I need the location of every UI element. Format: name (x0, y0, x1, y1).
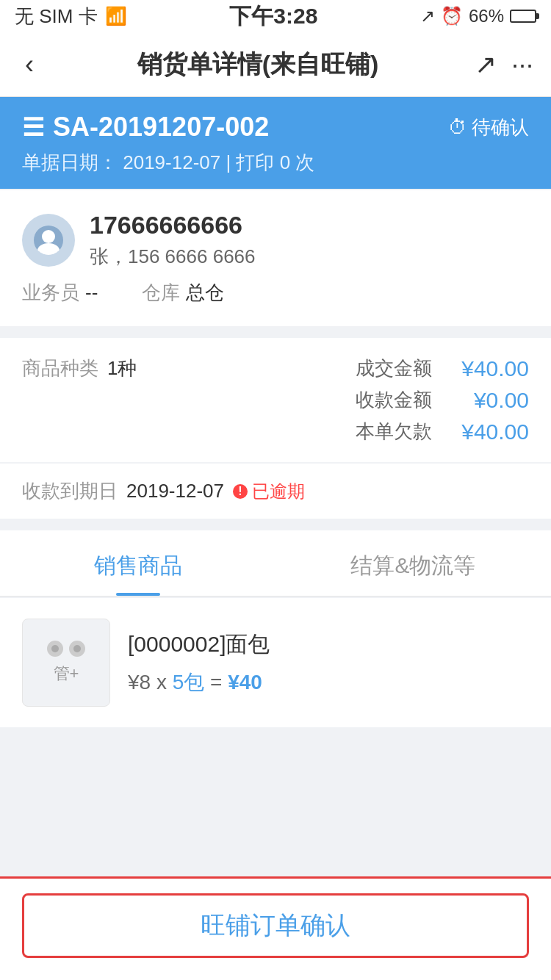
amount-value-1: ¥0.00 (441, 388, 529, 413)
tabs-section: 销售商品 结算&物流等 (0, 530, 551, 597)
customer-info: 17666666666 张，156 6666 6666 (90, 211, 529, 270)
wifi-icon: 📶 (105, 6, 127, 26)
amount-row-0: 成交金额 ¥40.00 (356, 356, 529, 381)
summary-right: 成交金额 ¥40.00 收款金额 ¥0.00 本单欠款 ¥40.00 (356, 356, 529, 444)
due-date-label: 收款到期日 (22, 478, 118, 504)
avatar (22, 214, 75, 267)
battery-percentage: 66% (469, 6, 504, 26)
price-total: ¥40 (228, 671, 262, 693)
bottom-action: 旺铺订单确认 (0, 876, 551, 980)
nav-actions: ↗ ··· (475, 49, 533, 80)
sim-label: 无 SIM 卡 (15, 4, 98, 29)
customer-phone: 17666666666 (90, 211, 529, 239)
bottom-spacer (0, 727, 551, 874)
order-print-info: 打印 0 次 (236, 151, 314, 173)
salesman-label: 业务员 (22, 280, 79, 306)
tab-products-label: 销售商品 (94, 553, 182, 577)
tab-settlement-label: 结算&物流等 (350, 553, 475, 577)
warehouse-value: 总仓 (186, 280, 224, 306)
customer-row: 17666666666 张，156 6666 6666 (22, 211, 529, 270)
status-text: 待确认 (472, 115, 529, 140)
summary-left: 商品种类 1种 (22, 356, 137, 381)
amount-label-0: 成交金额 (356, 356, 432, 381)
product-image: 管+ (22, 619, 110, 707)
page-title: 销货单详情(来自旺铺) (137, 48, 379, 82)
salesman-value: -- (85, 281, 98, 304)
status-clock-icon: ⏱ (448, 116, 467, 139)
due-date-value: 2019-12-07 (126, 480, 224, 502)
overdue-badge: ! 已逾期 (233, 480, 305, 503)
product-details: [0000002]面包 ¥8 x 5包 = ¥40 (128, 630, 529, 696)
summary-section: 商品种类 1种 成交金额 ¥40.00 收款金额 ¥0.00 本单欠款 ¥40.… (0, 338, 551, 462)
amount-row-1: 收款金额 ¥0.00 (356, 387, 529, 413)
confirm-order-button[interactable]: 旺铺订单确认 (22, 893, 529, 958)
product-logo: 管+ (47, 641, 85, 685)
order-header: ☰ SA-20191207-002 ⏱ 待确认 单据日期： 2019-12-07… (0, 97, 551, 189)
customer-section: 17666666666 张，156 6666 6666 业务员 -- 仓库 总仓 (0, 190, 551, 326)
status-left: 无 SIM 卡 📶 (15, 4, 127, 29)
category-count: 1种 (107, 356, 137, 381)
qty-value: 5包 (173, 671, 205, 693)
warehouse-label: 仓库 (142, 280, 180, 306)
order-header-top: ☰ SA-20191207-002 ⏱ 待确认 (22, 112, 529, 143)
warehouse-item: 仓库 总仓 (142, 280, 224, 306)
overdue-icon: ! (233, 484, 248, 499)
alarm-icon: ⏰ (441, 6, 463, 26)
order-id-icon: ☰ (22, 112, 44, 142)
category-label: 商品种类 (22, 356, 98, 381)
battery-icon (510, 10, 536, 23)
owl-eye-right (69, 641, 85, 657)
person-icon (34, 226, 63, 255)
amount-label-2: 本单欠款 (356, 419, 432, 444)
amount-row-2: 本单欠款 ¥40.00 (356, 419, 529, 444)
share-icon[interactable]: ↗ (475, 49, 497, 80)
products-section: 管+ [0000002]面包 ¥8 x 5包 = ¥40 (0, 598, 551, 727)
amount-value-0: ¥40.00 (441, 356, 529, 381)
price-prefix: ¥8 x (128, 671, 173, 693)
tab-settlement[interactable]: 结算&物流等 (276, 530, 551, 596)
order-date: 单据日期： 2019-12-07 | 打印 0 次 (22, 150, 529, 176)
amount-value-2: ¥40.00 (441, 419, 529, 444)
order-date-label: 单据日期： (22, 151, 118, 173)
amount-label-1: 收款金额 (356, 387, 432, 413)
salesman-item: 业务员 -- (22, 280, 98, 306)
overdue-text: 已逾期 (252, 480, 305, 503)
product-plus-text: 管+ (54, 663, 79, 685)
status-bar: 无 SIM 卡 📶 下午3:28 ↗ ⏰ 66% (0, 0, 551, 32)
customer-name: 张，156 6666 6666 (90, 244, 529, 270)
owl-eyes (47, 641, 85, 657)
status-time: 下午3:28 (229, 1, 317, 32)
order-id: ☰ SA-20191207-002 (22, 112, 269, 143)
product-item: 管+ [0000002]面包 ¥8 x 5包 = ¥40 (0, 598, 551, 727)
order-date-value: 2019-12-07 (123, 151, 220, 173)
product-price: ¥8 x 5包 = ¥40 (128, 669, 529, 696)
tab-products[interactable]: 销售商品 (0, 530, 276, 596)
order-id-text: SA-20191207-002 (53, 112, 269, 143)
price-suffix: = (204, 671, 228, 693)
status-right: ↗ ⏰ 66% (420, 6, 536, 26)
order-status: ⏱ 待确认 (448, 115, 529, 140)
due-section: 收款到期日 2019-12-07 ! 已逾期 (0, 464, 551, 519)
back-button[interactable]: ‹ (18, 42, 41, 87)
order-date-separator: | (226, 151, 231, 173)
nav-bar: ‹ 销货单详情(来自旺铺) ↗ ··· (0, 32, 551, 97)
customer-meta: 业务员 -- 仓库 总仓 (22, 280, 529, 306)
owl-eye-left (47, 641, 63, 657)
product-name: [0000002]面包 (128, 630, 529, 660)
location-icon: ↗ (420, 6, 435, 26)
more-icon[interactable]: ··· (511, 49, 533, 80)
